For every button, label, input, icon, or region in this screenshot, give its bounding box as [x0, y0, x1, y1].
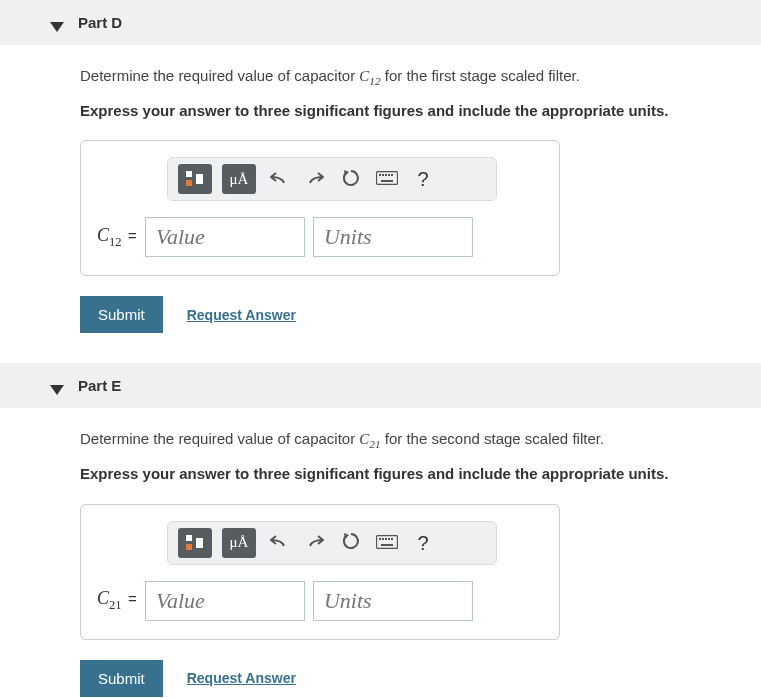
redo-icon[interactable] — [302, 170, 328, 189]
svg-rect-20 — [385, 538, 387, 540]
units-input[interactable] — [313, 581, 473, 621]
prompt-suffix: for the second stage scaled filter. — [381, 430, 604, 447]
undo-icon[interactable] — [266, 170, 292, 189]
reset-icon[interactable] — [338, 532, 364, 553]
toolbar: μÅ ? — [167, 157, 497, 201]
answer-row: C12 = — [97, 217, 543, 257]
svg-rect-7 — [382, 174, 384, 176]
prompt-prefix: Determine the required value of capacito… — [80, 67, 359, 84]
prompt-suffix: for the first stage scaled filter. — [381, 67, 580, 84]
part-header[interactable]: Part D — [0, 0, 761, 45]
svg-rect-17 — [377, 535, 398, 548]
page: Part D Determine the required value of c… — [0, 0, 761, 698]
svg-rect-15 — [196, 538, 203, 548]
svg-rect-2 — [186, 180, 192, 186]
prompt-prefix: Determine the required value of capacito… — [80, 430, 359, 447]
svg-rect-1 — [186, 171, 192, 177]
part-body: Determine the required value of capacito… — [0, 65, 761, 363]
part-body: Determine the required value of capacito… — [0, 428, 761, 698]
value-input[interactable] — [145, 217, 305, 257]
prompt-var-sub: 21 — [369, 438, 380, 450]
svg-rect-9 — [388, 174, 390, 176]
prompt-var-sub: 12 — [369, 75, 380, 87]
variable-label: C21 = — [97, 588, 137, 613]
redo-icon[interactable] — [302, 533, 328, 552]
svg-rect-10 — [391, 174, 393, 176]
request-answer-link[interactable]: Request Answer — [187, 307, 296, 323]
prompt-var: C — [359, 431, 369, 447]
svg-rect-19 — [382, 538, 384, 540]
help-icon[interactable]: ? — [410, 533, 436, 553]
variable-letter: C — [97, 225, 109, 245]
instruction-text: Express your answer to three significant… — [80, 463, 731, 486]
answer-box: μÅ ? C12 = — [80, 140, 560, 276]
svg-rect-8 — [385, 174, 387, 176]
special-chars-button[interactable]: μÅ — [222, 164, 256, 194]
keyboard-icon[interactable] — [374, 170, 400, 188]
svg-rect-5 — [377, 172, 398, 185]
variable-subscript: 12 — [109, 235, 122, 249]
value-input[interactable] — [145, 581, 305, 621]
prompt-var: C — [359, 68, 369, 84]
variable-label: C12 = — [97, 225, 137, 250]
svg-marker-12 — [50, 385, 64, 395]
part-header[interactable]: Part E — [0, 363, 761, 408]
svg-rect-11 — [381, 180, 393, 182]
svg-rect-21 — [388, 538, 390, 540]
answer-box: μÅ ? C21 = — [80, 504, 560, 640]
request-answer-link[interactable]: Request Answer — [187, 670, 296, 686]
help-icon[interactable]: ? — [410, 169, 436, 189]
actions-row: Submit Request Answer — [80, 660, 731, 697]
answer-row: C21 = — [97, 581, 543, 621]
svg-rect-14 — [186, 544, 192, 550]
svg-rect-13 — [186, 535, 192, 541]
submit-button[interactable]: Submit — [80, 660, 163, 697]
svg-rect-23 — [381, 544, 393, 546]
collapse-caret-icon[interactable] — [50, 18, 64, 35]
part-title: Part D — [78, 14, 122, 31]
toolbar: μÅ ? — [167, 521, 497, 565]
svg-rect-22 — [391, 538, 393, 540]
svg-rect-6 — [379, 174, 381, 176]
keyboard-icon[interactable] — [374, 534, 400, 552]
instruction-text: Express your answer to three significant… — [80, 100, 731, 123]
undo-icon[interactable] — [266, 533, 292, 552]
part-title: Part E — [78, 377, 121, 394]
actions-row: Submit Request Answer — [80, 296, 731, 333]
variable-subscript: 21 — [109, 598, 122, 612]
special-chars-button[interactable]: μÅ — [222, 528, 256, 558]
template-picker-button[interactable] — [178, 528, 212, 558]
template-picker-button[interactable] — [178, 164, 212, 194]
units-input[interactable] — [313, 217, 473, 257]
svg-marker-0 — [50, 22, 64, 32]
submit-button[interactable]: Submit — [80, 296, 163, 333]
variable-letter: C — [97, 588, 109, 608]
prompt-text: Determine the required value of capacito… — [80, 428, 731, 453]
svg-rect-3 — [196, 174, 203, 184]
svg-rect-18 — [379, 538, 381, 540]
collapse-caret-icon[interactable] — [50, 381, 64, 398]
reset-icon[interactable] — [338, 169, 364, 190]
prompt-text: Determine the required value of capacito… — [80, 65, 731, 90]
